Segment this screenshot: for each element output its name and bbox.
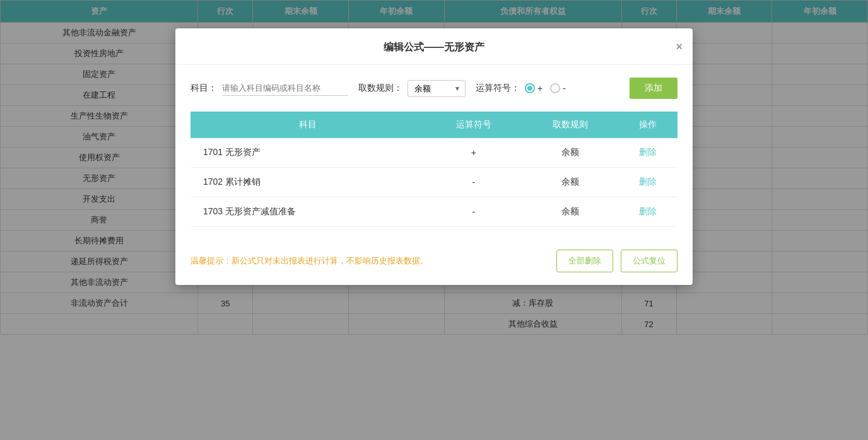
subject-label: 科目： <box>191 83 217 94</box>
formula-table-body: 1701 无形资产+余额删除1702 累计摊销-余额删除1703 无形资产减值准… <box>191 138 677 227</box>
formula-action-cell: 删除 <box>618 168 677 197</box>
formula-column-header: 运算符号 <box>425 112 522 138</box>
modal-overlay: 编辑公式——无形资产 × 科目： 取数规则： 余额 借方 贷方 <box>0 0 868 440</box>
delete-all-button[interactable]: 全部删除 <box>556 250 613 272</box>
operator-plus-radio[interactable] <box>525 83 535 93</box>
operator-label: 运算符号： <box>476 83 520 94</box>
formula-subject-cell: 1702 累计摊销 <box>191 168 425 197</box>
formula-operator-cell: - <box>425 197 522 227</box>
modal-body: 科目： 取数规则： 余额 借方 贷方 期初余额 ▼ <box>175 65 693 240</box>
operator-minus-item[interactable]: - <box>550 83 566 93</box>
footer-tip: 温馨提示：新公式只对未出报表进行计算，不影响历史报表数据。 <box>191 255 428 267</box>
formula-operator-cell: - <box>425 168 522 197</box>
modal-dialog: 编辑公式——无形资产 × 科目： 取数规则： 余额 借方 贷方 <box>175 28 693 285</box>
formula-column-header: 取数规则 <box>522 112 618 138</box>
formula-column-header: 科目 <box>191 112 425 138</box>
operator-minus-label: - <box>563 83 566 93</box>
reset-formula-button[interactable]: 公式复位 <box>621 250 677 272</box>
formula-rule-cell: 余额 <box>522 197 618 227</box>
formula-table-header: 科目运算符号取数规则操作 <box>191 112 677 138</box>
rule-select-wrap: 余额 借方 贷方 期初余额 ▼ <box>408 80 466 97</box>
formula-delete-button[interactable]: 删除 <box>639 206 657 217</box>
subject-input[interactable] <box>222 81 348 96</box>
operator-radio-group: + - <box>525 83 566 93</box>
form-row: 科目： 取数规则： 余额 借方 贷方 期初余额 ▼ <box>191 78 677 99</box>
modal-title: 编辑公式——无形资产 <box>384 42 484 52</box>
formula-rule-cell: 余额 <box>522 168 618 197</box>
rule-label: 取数规则： <box>358 83 402 94</box>
formula-action-cell: 删除 <box>618 138 677 168</box>
modal-close-button[interactable]: × <box>676 41 683 52</box>
formula-table: 科目运算符号取数规则操作 1701 无形资产+余额删除1702 累计摊销-余额删… <box>191 112 677 227</box>
formula-table-row: 1701 无形资产+余额删除 <box>191 138 677 168</box>
formula-table-row: 1703 无形资产减值准备-余额删除 <box>191 197 677 227</box>
subject-group: 科目： <box>191 81 348 96</box>
operator-plus-item[interactable]: + <box>525 83 542 93</box>
formula-column-header: 操作 <box>618 112 677 138</box>
formula-operator-cell: + <box>425 138 522 168</box>
formula-subject-cell: 1703 无形资产减值准备 <box>191 197 425 227</box>
formula-table-row: 1702 累计摊销-余额删除 <box>191 168 677 197</box>
formula-delete-button[interactable]: 删除 <box>639 177 657 188</box>
modal-footer: 温馨提示：新公式只对未出报表进行计算，不影响历史报表数据。 全部删除 公式复位 <box>175 240 693 285</box>
rule-group: 取数规则： 余额 借方 贷方 期初余额 ▼ <box>358 80 466 97</box>
formula-subject-cell: 1701 无形资产 <box>191 138 425 168</box>
add-button[interactable]: 添加 <box>630 78 677 99</box>
formula-delete-button[interactable]: 删除 <box>639 147 657 158</box>
footer-buttons: 全部删除 公式复位 <box>556 250 677 272</box>
modal-header: 编辑公式——无形资产 × <box>175 28 693 65</box>
operator-group: 运算符号： + - <box>476 83 566 94</box>
formula-action-cell: 删除 <box>618 197 677 227</box>
operator-plus-label: + <box>537 83 542 93</box>
formula-rule-cell: 余额 <box>522 138 618 168</box>
rule-select[interactable]: 余额 借方 贷方 期初余额 <box>408 80 466 97</box>
operator-minus-radio[interactable] <box>550 83 560 93</box>
